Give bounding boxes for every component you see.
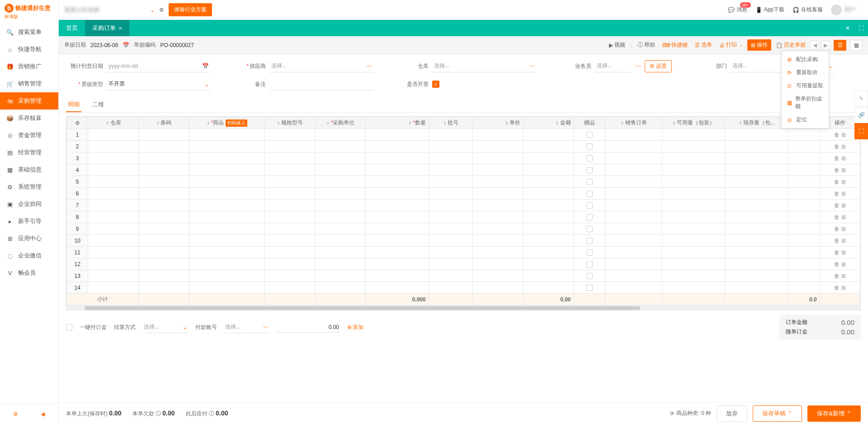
tickettype-input[interactable]: 不开票⌄ [107,78,211,91]
dd-available[interactable]: ⊙可用量提取 [782,79,829,92]
subtab-2d[interactable]: 二维 [90,98,106,112]
col-product[interactable]: ▲▼*商品 扫码录入 [189,117,264,129]
col-price[interactable]: ▲▼单价 [473,117,524,129]
prev-button[interactable]: ◀ [810,41,819,50]
col-spec[interactable]: ▲▼规格型号 [265,117,316,129]
info-icon[interactable]: ⓘ [209,410,214,417]
save-draft-button[interactable]: 保存草稿⌃ [753,405,802,422]
delete-icon[interactable]: 🗑 [834,179,840,185]
gift-checkbox[interactable] [586,285,593,291]
form-more-button[interactable]: ⋯ [635,62,641,70]
add-button[interactable]: ⊕添加 [347,324,363,331]
rail-attach[interactable]: 🔗 [854,107,868,123]
paymethod-input[interactable]: 选择...⌄ [143,321,188,333]
subtab-detail[interactable]: 明细 [66,98,81,112]
more-icon[interactable]: ⋯ [529,63,534,69]
col-amount[interactable]: ▲▼金额 [523,117,574,129]
rail-expand[interactable]: ⛶ [854,123,868,139]
cs-link[interactable]: 🎧在线客服 [793,6,823,14]
table-row[interactable]: 2🗑⊞ [67,141,860,152]
delete-icon[interactable]: 🗑 [834,238,840,244]
help-link[interactable]: ⓘ帮助 [635,39,658,51]
table-row[interactable]: 11🗑⊞ [67,247,860,258]
info-icon[interactable]: ⓘ [156,410,161,417]
table-row[interactable]: 8🗑⊞ [67,211,860,223]
chevron-down-icon[interactable]: ⌄ [204,81,209,87]
scan-tag[interactable]: 扫码录入 [226,119,247,127]
col-warehouse[interactable]: ▲▼仓库 [88,117,139,129]
delete-icon[interactable]: 🗑 [834,261,840,267]
insert-icon[interactable]: ⊞ [841,285,846,291]
insert-icon[interactable]: ⊞ [841,214,846,220]
insert-icon[interactable]: ⊞ [841,273,846,279]
supplier-input[interactable]: 选择...⋯ [269,60,373,72]
col-gear[interactable]: ⚙ [67,117,88,129]
gift-checkbox[interactable] [586,249,593,256]
insert-icon[interactable]: ⊞ [841,261,846,267]
save-new-button[interactable]: 保存&新增⌃ [807,405,861,422]
nav-apps[interactable]: ⊞应用中心 [0,230,58,247]
delete-icon[interactable]: 🗑 [834,155,840,162]
table-row[interactable]: 14🗑⊞ [67,282,860,294]
gift-checkbox[interactable] [586,143,593,150]
table-row[interactable]: 3🗑⊞ [67,152,860,164]
delete-icon[interactable]: 🗑 [834,226,840,232]
nav-collab[interactable]: ▣企业协同 [0,195,58,213]
refresh-icon[interactable]: ⟳ [670,410,675,417]
gift-checkbox[interactable] [586,132,593,138]
select-link[interactable]: ☰选单 [692,39,715,51]
date-value[interactable]: 2023-06-06 [90,42,118,48]
payvalue-input[interactable]: 0.00 [277,322,340,333]
gift-checkbox[interactable] [586,179,593,185]
insert-icon[interactable]: ⊞ [841,167,846,173]
col-salesorder[interactable]: ▲▼销售订单 [605,117,662,129]
remark-input[interactable] [269,78,373,91]
settings-button[interactable]: ⚙设置 [645,60,672,72]
table-hscroll[interactable] [66,305,860,310]
tab-purchase-order[interactable]: 采购订单 ✕ [85,20,129,36]
delete-icon[interactable]: 🗑 [834,167,840,173]
col-barcode[interactable]: ▲▼条码 [139,117,189,129]
gift-checkbox[interactable] [586,191,593,197]
insert-icon[interactable]: ⊞ [841,202,846,209]
gift-checkbox[interactable] [586,261,593,267]
operate-button[interactable]: ⊞操作 [747,39,771,51]
company-dropdown-icon[interactable]: ⌄ [150,7,155,13]
calendar-icon[interactable]: 📅 [202,63,209,69]
col-batch[interactable]: ▲▼批号 [429,117,473,129]
expect-date-input[interactable]: yyyy-mm-dd📅 [107,60,211,72]
table-row[interactable]: 13🗑⊞ [67,270,860,282]
dd-ratio-purchase[interactable]: ⚙配比采购 [782,53,829,66]
tab-home[interactable]: 首页 [59,20,85,36]
video-link[interactable]: ▶视频 [606,39,628,51]
insert-icon[interactable]: ⊞ [841,238,846,244]
table-row[interactable]: 1🗑⊞ [67,129,860,141]
nav-search[interactable]: 🔍搜索菜单 [0,24,58,41]
history-link[interactable]: 📋历史单据 [773,39,808,51]
insert-icon[interactable]: ⊞ [841,249,846,256]
nav-inventory[interactable]: 📦库存核算 [0,110,58,127]
tab-fullscreen[interactable]: ⛶ [854,20,868,36]
app-download-link[interactable]: 📱App下载 [755,6,784,14]
insert-icon[interactable]: ⊞ [841,226,846,232]
discard-button[interactable]: 放弃 [717,405,747,422]
table-row[interactable]: 10🗑⊞ [67,235,860,247]
sidebar-collapse[interactable]: ◀ [31,408,55,420]
gift-checkbox[interactable] [586,226,593,232]
table-row[interactable]: 12🗑⊞ [67,258,860,270]
nav-sales[interactable]: 🛒销售管理 [0,75,58,92]
gift-checkbox[interactable] [586,167,593,173]
insert-icon[interactable]: ⊞ [841,191,846,197]
deposit-all-checkbox[interactable] [66,324,72,330]
table-row[interactable]: 7🗑⊞ [67,200,860,211]
gift-checkbox[interactable] [586,238,593,244]
view-grid-button[interactable]: ▦ [850,40,863,51]
nav-marketing[interactable]: 🎁营销推广 [0,58,58,75]
gift-checkbox[interactable] [586,214,593,220]
rail-note[interactable]: ✎ [854,91,868,107]
insert-icon[interactable]: ⊞ [841,179,846,185]
gift-checkbox[interactable] [586,273,593,279]
dd-discount[interactable]: ▦整单折扣金额 [782,92,829,113]
nav-guide[interactable]: ▸新手引导 [0,213,58,230]
company-name[interactable]: 某某公司名称 [64,6,146,14]
